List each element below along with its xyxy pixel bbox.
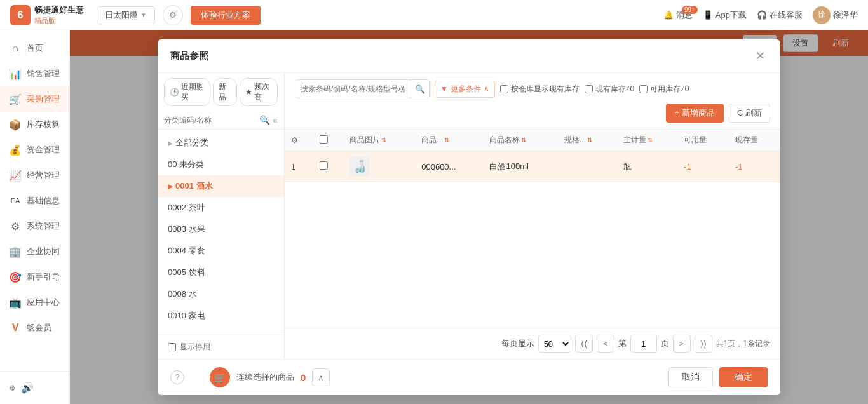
- select-all-checkbox[interactable]: [320, 135, 328, 144]
- row-name: 白酒100ml: [483, 151, 558, 182]
- guide-icon: 🎯: [9, 271, 22, 283]
- cat-item-0010[interactable]: 0010 家电: [158, 305, 284, 327]
- cat-item-00[interactable]: 00 未分类: [158, 154, 284, 175]
- tri-icon-0001: ▶: [168, 183, 173, 190]
- row-code: 000600...: [415, 151, 483, 182]
- checkbox-available-ne0[interactable]: 可用库存≠0: [639, 84, 689, 95]
- online-service-btn[interactable]: 🎧 在线客服: [757, 10, 803, 21]
- store-selector[interactable]: 日太阳膜 ▼: [97, 6, 155, 24]
- frequent-tab[interactable]: ★ 频次高: [240, 78, 278, 106]
- cart-count: 0: [301, 372, 306, 383]
- product-thumbnail: 🍶: [349, 156, 370, 177]
- sidebar-item-system[interactable]: ⚙ 系统管理: [0, 213, 69, 239]
- sort-icon-name: ⇅: [521, 137, 526, 144]
- topbar-right: 🔔 消息 99+ 📱 App下载 🎧 在线客服 徐 徐泽华: [663, 6, 858, 24]
- toolbar: 🔍 ▼ 更多条件 ∧ 按仓库显示现有库存: [285, 73, 780, 130]
- th-settings[interactable]: ⚙: [285, 130, 313, 151]
- confirm-btn[interactable]: 确定: [719, 367, 768, 387]
- new-product-tab[interactable]: 新品: [213, 78, 237, 106]
- sidebar-item-inventory[interactable]: 📦 库存核算: [0, 112, 69, 137]
- checkbox-warehouse[interactable]: 按仓库显示现有库存: [500, 84, 580, 95]
- search-icon: 🔍: [259, 115, 270, 125]
- sidebar-bottom-label: 🔊: [21, 382, 34, 394]
- row-select-checkbox[interactable]: [320, 161, 328, 170]
- table-row[interactable]: 1 🍶 000600... 白酒100ml 瓶: [285, 151, 780, 182]
- cat-item-0004[interactable]: 0004 零食: [158, 240, 284, 262]
- per-page-dropdown[interactable]: 50 100 200: [539, 335, 571, 352]
- current-page-input-wrap: 1: [630, 335, 657, 353]
- user-area[interactable]: 徐 徐泽华: [813, 6, 858, 24]
- show-disabled-checkbox[interactable]: [168, 343, 176, 351]
- system-icon: ⚙: [9, 220, 22, 232]
- base-icon: EA: [9, 194, 22, 207]
- recent-icon: 🕒: [170, 88, 179, 97]
- experience-btn[interactable]: 体验行业方案: [191, 6, 261, 25]
- sidebar-item-guide[interactable]: 🎯 新手引导: [0, 264, 69, 290]
- stock-ne0-checkbox[interactable]: [585, 85, 593, 93]
- footer-collapse-btn[interactable]: ∧: [312, 368, 330, 386]
- purchase-icon: 🛒: [9, 93, 22, 105]
- first-page-btn[interactable]: ⟨⟨: [575, 335, 593, 353]
- logo-icon: 6: [10, 5, 31, 25]
- cat-item-all[interactable]: ▶ 全部分类: [158, 132, 284, 154]
- prev-page-btn[interactable]: ＜: [597, 335, 614, 353]
- product-search-btn[interactable]: 🔍: [410, 79, 429, 98]
- help-btn[interactable]: ?: [170, 370, 184, 384]
- row-unit: 瓶: [617, 151, 677, 182]
- add-product-btn[interactable]: + 新增商品: [666, 104, 724, 123]
- sidebar-item-member[interactable]: V 畅会员: [0, 315, 69, 340]
- apps-icon: 📺: [9, 296, 22, 309]
- app-download-btn[interactable]: 📱 App下载: [703, 10, 747, 21]
- notifications-btn[interactable]: 🔔 消息 99+: [663, 10, 693, 21]
- sidebar-item-enterprise[interactable]: 🏢 企业协同: [0, 239, 69, 264]
- last-page-btn[interactable]: ⟩⟩: [695, 335, 712, 353]
- next-page-btn[interactable]: ＞: [673, 335, 691, 353]
- modal-body: 🕒 近期购买 新品 ★ 频次高: [158, 73, 780, 359]
- show-disabled-area: 显示停用: [158, 335, 284, 359]
- sort-icon-code: ⇅: [444, 137, 449, 144]
- checkbox-stock-ne0[interactable]: 现有库存≠0: [585, 84, 634, 95]
- ops-icon: 📈: [9, 169, 22, 182]
- filter-btn[interactable]: ▼ 更多条件 ∧: [435, 81, 495, 98]
- sidebar-item-base[interactable]: EA 基础信息: [0, 188, 69, 213]
- cat-item-0005[interactable]: 0005 饮料: [158, 262, 284, 283]
- cat-item-0001[interactable]: ▶ 0001 酒水: [158, 175, 284, 197]
- product-search-input[interactable]: [295, 84, 410, 93]
- cancel-btn[interactable]: 取消: [668, 367, 713, 387]
- chevron-down-icon: ▼: [140, 11, 147, 18]
- sidebar-item-finance[interactable]: 💰 资金管理: [0, 137, 69, 163]
- layout: ⌂ 首页 📊 销售管理 🛒 采购管理 📦 库存核算 💰 资金管理 📈 经营管理 …: [0, 30, 868, 404]
- cat-item-0008[interactable]: 0008 水: [158, 283, 284, 305]
- chevron-up-icon: ∧: [484, 84, 489, 93]
- current-page-input[interactable]: 1: [631, 339, 656, 349]
- cat-item-0003[interactable]: 0003 水果: [158, 219, 284, 240]
- category-quick-tabs: 🕒 近期购买 新品 ★ 频次高: [158, 73, 284, 111]
- sidebar-item-home[interactable]: ⌂ 首页: [0, 36, 69, 61]
- page-unit: 页: [661, 338, 669, 349]
- recent-purchase-tab[interactable]: 🕒 近期购买: [164, 78, 210, 106]
- row-stock: -1: [729, 151, 780, 182]
- avatar: 徐: [813, 6, 831, 24]
- headset-icon: 🎧: [757, 10, 767, 20]
- sidebar-item-purchase[interactable]: 🛒 采购管理: [0, 86, 69, 112]
- cat-item-0002[interactable]: 0002 茶叶: [158, 197, 284, 219]
- available-ne0-checkbox[interactable]: [639, 85, 648, 93]
- per-page-select[interactable]: 50 100 200: [538, 335, 571, 353]
- inventory-icon: 📦: [9, 118, 22, 131]
- notifications-badge: 99+: [682, 6, 698, 14]
- th-name: 商品名称 ⇅: [483, 130, 558, 151]
- collapse-btn[interactable]: «: [270, 115, 278, 125]
- gear-button[interactable]: ⚙: [163, 5, 183, 25]
- sidebar-settings-btn[interactable]: ⚙ 🔊: [0, 377, 69, 399]
- warehouse-checkbox[interactable]: [500, 85, 508, 93]
- page-label: 第: [618, 338, 627, 349]
- sales-icon: 📊: [9, 67, 22, 80]
- th-code: 商品... ⇅: [415, 130, 483, 151]
- modal-close-button[interactable]: ✕: [752, 48, 768, 64]
- sidebar-item-ops[interactable]: 📈 经营管理: [0, 163, 69, 188]
- cart-area: 🛒 连续选择的商品 0 ∧: [210, 367, 330, 387]
- refresh-product-btn[interactable]: C 刷新: [729, 104, 770, 123]
- category-search-input[interactable]: [164, 116, 259, 125]
- sidebar-item-sales[interactable]: 📊 销售管理: [0, 61, 69, 86]
- sidebar-item-apps[interactable]: 📺 应用中心: [0, 290, 69, 315]
